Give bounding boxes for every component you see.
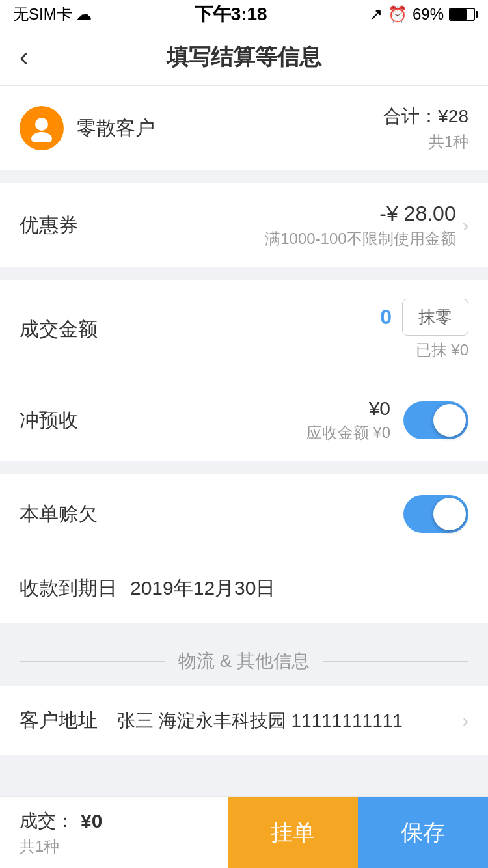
precollect-right: ¥0 应收金额 ¥0 bbox=[306, 398, 468, 443]
round-zero-button[interactable]: 抹零 bbox=[402, 299, 468, 336]
save-button[interactable]: 保存 bbox=[358, 797, 488, 869]
precollect-sub: 应收金额 ¥0 bbox=[306, 422, 390, 443]
address-row[interactable]: 客户地址 张三 海淀永丰科技园 11111111111 › bbox=[0, 686, 488, 755]
battery-percent: 69% bbox=[413, 5, 444, 23]
coupon-row[interactable]: 优惠券 -¥ 28.00 满1000-100不限制使用金额 › bbox=[0, 183, 488, 267]
bottom-deal-amount: ¥0 bbox=[81, 810, 102, 832]
bottom-deal-label: 成交： bbox=[20, 809, 74, 834]
status-time: 下午3:18 bbox=[195, 2, 267, 27]
content: 零散客户 合计：¥28 共1种 优惠券 -¥ 28.00 满1000-100不限… bbox=[0, 86, 488, 859]
debt-section: 本单赊欠 收款到期日 2019年12月30日 bbox=[0, 474, 488, 623]
logistics-line-right bbox=[323, 661, 468, 662]
logistics-header: 物流 & 其他信息 bbox=[0, 636, 488, 686]
address-section: 客户地址 张三 海淀永丰科技园 11111111111 › bbox=[0, 686, 488, 755]
status-right: ↗ ⏰ 69% bbox=[370, 5, 475, 23]
coupon-discount-amount: -¥ 28.00 bbox=[265, 202, 455, 226]
customer-count: 共1种 bbox=[383, 131, 468, 152]
bottom-bar: 成交： ¥0 共1种 挂单 保存 bbox=[0, 796, 488, 868]
address-chevron-icon: › bbox=[463, 711, 468, 731]
debt-label: 本单赊欠 bbox=[20, 501, 98, 528]
pending-button[interactable]: 挂单 bbox=[228, 797, 358, 869]
status-left: 无SIM卡 ☁ bbox=[13, 4, 92, 25]
coupon-value-wrap: -¥ 28.00 满1000-100不限制使用金额 bbox=[265, 202, 455, 249]
debt-row: 本单赊欠 bbox=[0, 474, 488, 554]
address-chevron: › bbox=[463, 711, 468, 731]
precollect-amounts: ¥0 应收金额 ¥0 bbox=[306, 398, 390, 443]
customer-section: 零散客户 合计：¥28 共1种 bbox=[0, 86, 488, 170]
deal-input-wrap: 0 抹零 bbox=[380, 299, 468, 336]
spacer bbox=[0, 768, 488, 781]
alarm-icon: ⏰ bbox=[388, 5, 407, 23]
customer-summary: 合计：¥28 共1种 bbox=[383, 104, 468, 152]
due-date-label: 收款到期日 bbox=[20, 575, 117, 602]
precollect-amount: ¥0 bbox=[306, 398, 390, 420]
coupon-chevron-icon: › bbox=[463, 215, 468, 236]
deal-section: 成交金额 0 抹零 已抹 ¥0 冲预收 ¥0 应收金额 ¥0 bbox=[0, 280, 488, 461]
precollect-label: 冲预收 bbox=[20, 407, 78, 434]
due-date-row[interactable]: 收款到期日 2019年12月30日 bbox=[0, 554, 488, 623]
logistics-line-left bbox=[20, 661, 165, 662]
customer-total: 合计：¥28 bbox=[383, 104, 468, 129]
svg-point-0 bbox=[35, 118, 48, 131]
deal-amount-row: 成交金额 0 抹零 已抹 ¥0 bbox=[0, 280, 488, 379]
address-value: 张三 海淀永丰科技园 11111111111 bbox=[117, 709, 463, 733]
location-icon: ↗ bbox=[370, 5, 383, 23]
precollect-row: 冲预收 ¥0 应收金额 ¥0 bbox=[0, 379, 488, 461]
customer-avatar bbox=[20, 106, 64, 150]
bottom-count: 共1种 bbox=[20, 836, 208, 857]
deal-sub-note: 已抹 ¥0 bbox=[416, 340, 468, 360]
coupon-label: 优惠券 bbox=[20, 212, 78, 239]
coupon-section: 优惠券 -¥ 28.00 满1000-100不限制使用金额 › bbox=[0, 183, 488, 267]
customer-name: 零散客户 bbox=[77, 115, 155, 142]
deal-amount-value[interactable]: 0 bbox=[380, 305, 392, 329]
svg-point-1 bbox=[31, 132, 52, 142]
nav-bar: ‹ 填写结算等信息 bbox=[0, 29, 488, 86]
back-button[interactable]: ‹ bbox=[20, 42, 28, 72]
due-date-value: 2019年12月30日 bbox=[130, 575, 275, 602]
logistics-text: 物流 & 其他信息 bbox=[178, 649, 310, 673]
customer-left: 零散客户 bbox=[20, 106, 155, 150]
coupon-right: -¥ 28.00 满1000-100不限制使用金额 › bbox=[265, 202, 468, 249]
coupon-discount-note: 满1000-100不限制使用金额 bbox=[265, 228, 455, 249]
battery-icon bbox=[449, 8, 475, 21]
customer-row[interactable]: 零散客户 合计：¥28 共1种 bbox=[0, 86, 488, 170]
page-title: 填写结算等信息 bbox=[167, 42, 321, 72]
precollect-toggle[interactable] bbox=[403, 401, 468, 439]
sim-status: 无SIM卡 ☁ bbox=[13, 4, 92, 25]
status-bar: 无SIM卡 ☁ 下午3:18 ↗ ⏰ 69% bbox=[0, 0, 488, 29]
address-label: 客户地址 bbox=[20, 707, 98, 734]
bottom-deal: 成交： ¥0 bbox=[20, 809, 208, 834]
deal-amount-label: 成交金额 bbox=[20, 316, 98, 343]
bottom-info: 成交： ¥0 共1种 bbox=[0, 809, 228, 857]
debt-toggle[interactable] bbox=[403, 495, 468, 533]
